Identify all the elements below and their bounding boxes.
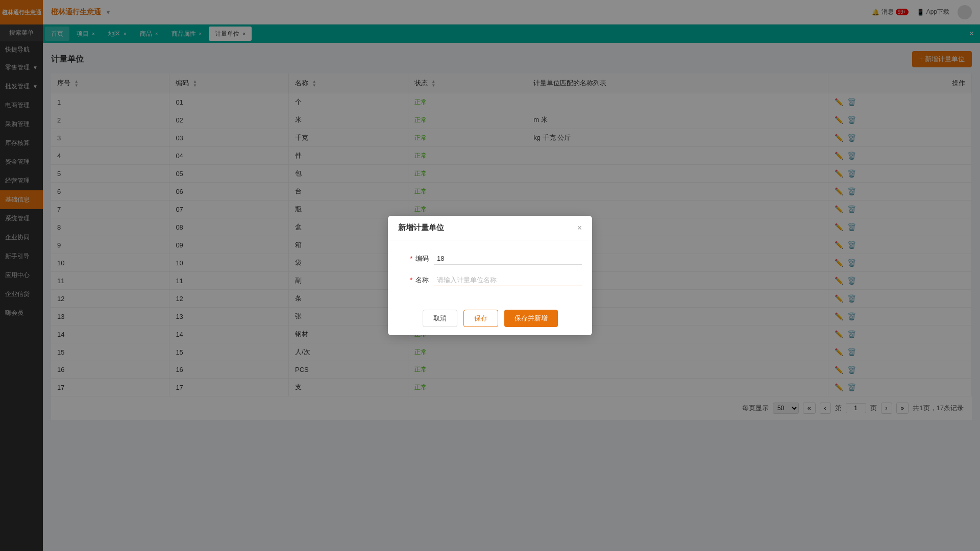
- add-measure-unit-modal: 新增计量单位 × * 编码 * 名称 取消 保存 保存并新增: [388, 216, 592, 335]
- form-row-name: * 名称: [398, 274, 582, 286]
- form-name-input[interactable]: [434, 274, 582, 286]
- form-code-label: * 编码: [398, 254, 429, 263]
- modal-close-button[interactable]: ×: [577, 223, 582, 233]
- modal-footer: 取消 保存 保存并新增: [388, 304, 592, 335]
- form-row-code: * 编码: [398, 253, 582, 265]
- modal-header: 新增计量单位 ×: [388, 216, 592, 240]
- form-code-input[interactable]: [434, 253, 582, 265]
- required-mark: *: [410, 276, 412, 284]
- modal-title: 新增计量单位: [398, 223, 444, 233]
- modal-overlay[interactable]: 新增计量单位 × * 编码 * 名称 取消 保存 保存并新增: [0, 0, 980, 551]
- cancel-button[interactable]: 取消: [423, 310, 457, 327]
- save-button[interactable]: 保存: [463, 310, 498, 327]
- required-mark: *: [410, 255, 412, 262]
- save-and-new-button[interactable]: 保存并新增: [504, 310, 558, 327]
- form-name-label: * 名称: [398, 276, 429, 285]
- modal-body: * 编码 * 名称: [388, 240, 592, 304]
